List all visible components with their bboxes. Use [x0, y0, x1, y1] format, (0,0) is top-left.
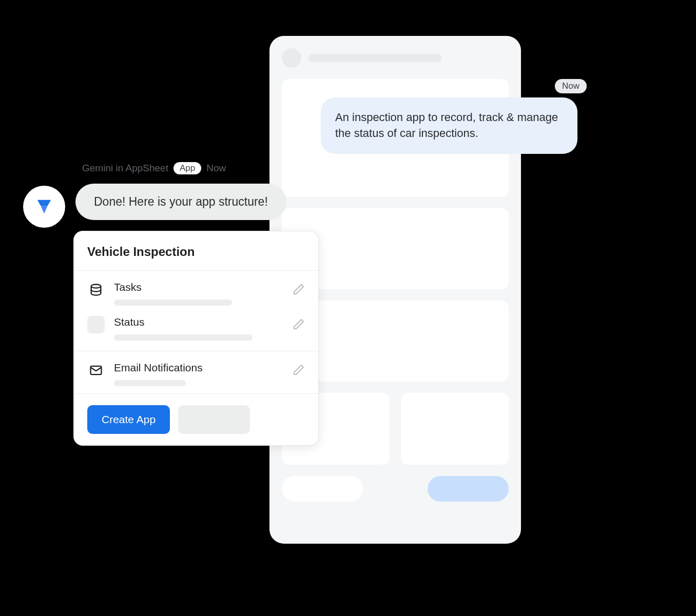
phone-footer-pill-accent: [428, 476, 509, 502]
app-card-title: Vehicle Inspection: [74, 231, 318, 271]
appsheet-logo-icon: [34, 196, 54, 217]
structure-row-tasks: Tasks: [74, 271, 318, 313]
app-structure-card: Vehicle Inspection Tasks Status: [73, 231, 319, 446]
create-app-button[interactable]: Create App: [87, 405, 170, 434]
bot-message-bubble: Done! Here is your app structure!: [75, 184, 286, 220]
phone-avatar-placeholder: [282, 48, 301, 68]
bot-timestamp: Now: [206, 163, 226, 174]
database-icon: [87, 281, 105, 299]
phone-footer-pill: [282, 476, 363, 502]
placeholder-icon: [87, 316, 105, 333]
app-card-footer: Create App: [74, 393, 318, 445]
pencil-icon[interactable]: [293, 318, 305, 330]
user-message-area: Now An inspection app to record, track &…: [321, 97, 577, 154]
structure-row-status: Status: [74, 313, 318, 348]
phone-card-placeholder: [401, 393, 509, 465]
user-timestamp: Now: [555, 79, 587, 93]
bot-meta: Gemini in AppSheet App Now: [82, 162, 226, 174]
secondary-button-placeholder[interactable]: [178, 405, 250, 434]
skeleton-line: [114, 334, 253, 341]
structure-row-label: Email Notifications: [114, 362, 283, 374]
skeleton-line: [114, 300, 232, 306]
pencil-icon[interactable]: [293, 283, 305, 295]
appsheet-avatar: [23, 186, 65, 228]
svg-point-0: [91, 285, 101, 288]
user-message-bubble: An inspection app to record, track & man…: [321, 97, 577, 154]
mail-icon: [87, 362, 105, 379]
structure-row-label: Tasks: [114, 281, 283, 293]
bot-sender: Gemini in AppSheet: [82, 163, 168, 174]
phone-title-placeholder: [308, 54, 442, 62]
skeleton-line: [114, 380, 186, 386]
pencil-icon[interactable]: [293, 364, 305, 376]
bot-badge: App: [173, 162, 201, 174]
structure-row-email: Email Notifications: [74, 351, 318, 393]
structure-row-label: Status: [114, 316, 283, 328]
